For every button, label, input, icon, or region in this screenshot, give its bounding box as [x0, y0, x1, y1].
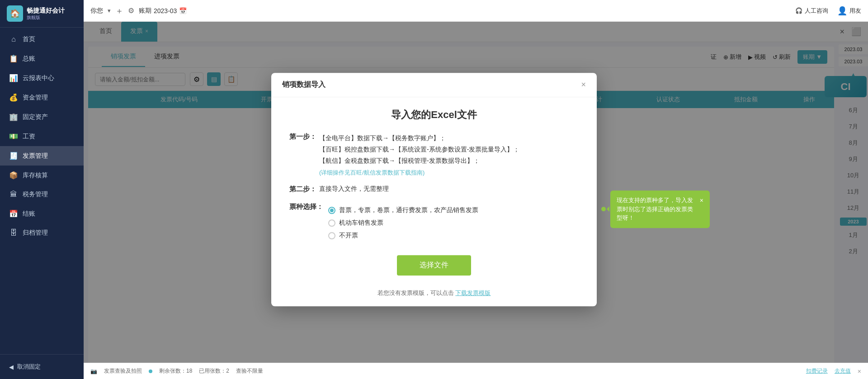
home-icon: ⌂	[9, 35, 18, 43]
tooltip-popup: × 现在支持的票种多了，导入发票时别忘了选择正确的发票类型呀！	[610, 190, 710, 228]
calendar-icon[interactable]: 📅	[179, 7, 187, 14]
sidebar-item-archive[interactable]: 🗄 归档管理	[0, 223, 84, 242]
sidebar-item-inventory[interactable]: 📦 库存核算	[0, 166, 84, 185]
ledger-icon: 📋	[9, 54, 18, 63]
radio-circle-2[interactable]	[328, 219, 335, 227]
guide-link[interactable]: (详细操作见百旺/航信发票数据下载指南)	[319, 169, 425, 176]
sidebar-item-checkout[interactable]: 📅 结账	[0, 204, 84, 223]
unpin-button[interactable]: ◀ 取消固定	[9, 359, 75, 374]
select-file-button[interactable]: 选择文件	[397, 255, 471, 275]
sidebar-item-label: 资金管理	[23, 94, 48, 102]
logo-icon: 🏠	[7, 5, 23, 22]
deduct-record-link[interactable]: 扣费记录	[806, 367, 828, 375]
step1-line1: 【全电平台】数据下载→【税务数字账户】；	[319, 133, 519, 144]
step1-line3: 【航信】金税盘数据下载→【报税管理-发票数据导出】；	[319, 156, 519, 167]
radio-circle-3[interactable]	[328, 232, 335, 239]
modal-header: 销项数据导入 ×	[271, 73, 597, 97]
sidebar-item-home[interactable]: ⌂ 首页	[0, 30, 84, 49]
radio-label-3: 不开票	[339, 232, 358, 240]
radio-group-label: 票种选择：	[289, 202, 326, 211]
sidebar-item-label: 首页	[23, 35, 35, 43]
checkout-icon: 📅	[9, 209, 18, 218]
import-modal: 销项数据导入 × 导入您的Excel文件 第一步： 【全电平台】数据下载→【税务…	[271, 73, 597, 306]
consultation-button[interactable]: 🎧 人工咨询	[795, 7, 828, 15]
modal-close-button[interactable]: ×	[581, 80, 586, 90]
sidebar-item-label: 结账	[23, 210, 35, 218]
radio-option-1[interactable]: 普票，专票，卷票，通行费发票，农产品销售发票	[328, 206, 478, 214]
tax-icon: 🏛	[9, 190, 18, 199]
step1: 第一步： 【全电平台】数据下载→【税务数字账户】； 【百旺】税控盘数据下载→【系…	[289, 133, 579, 177]
download-template-link[interactable]: 下载发票模版	[455, 289, 491, 296]
sidebar-item-reports[interactable]: 📊 云报表中心	[0, 68, 84, 88]
step2: 第二步： 直接导入文件，无需整理	[289, 185, 579, 194]
company-name: 你您	[90, 7, 103, 15]
step1-label: 第一步：	[289, 133, 316, 177]
bottom-close-icon[interactable]: ×	[858, 368, 861, 375]
logo-sub: 旗舰版	[27, 14, 65, 21]
sidebar-item-ledger[interactable]: 📋 总账	[0, 49, 84, 68]
bottom-invoice-icon: 📷	[90, 368, 97, 374]
sidebar-item-label: 云报表中心	[23, 74, 54, 82]
reports-icon: 📊	[9, 74, 18, 82]
bottom-dot-indicator	[149, 370, 152, 373]
modal-body: 导入您的Excel文件 第一步： 【全电平台】数据下载→【税务数字账户】； 【百…	[271, 97, 597, 289]
sidebar-item-label: 总账	[23, 55, 35, 63]
assets-icon: 🏢	[9, 113, 18, 121]
sidebar-item-salary[interactable]: 💵 工资	[0, 127, 84, 146]
unpin-label: 取消固定	[17, 363, 41, 371]
step2-label: 第二步：	[289, 185, 316, 194]
sidebar-item-tax[interactable]: 🏛 税务管理	[0, 185, 84, 204]
archive-icon: 🗄	[9, 229, 18, 237]
salary-icon: 💵	[9, 132, 18, 141]
bottom-bar: 📷 发票查验及拍照 剩余张数：18 已用张数：2 查验不限量 扣费记录 去充值 …	[84, 363, 868, 379]
period-label: 账期 2023-03 📅	[139, 7, 187, 15]
speaker-icon: ◀	[9, 364, 14, 370]
sidebar-nav: ⌂ 首页 📋 总账 📊 云报表中心 💰 资金管理 🏢 固定资产 💵 工资 🧾 发…	[0, 28, 84, 354]
modal-footer: 若您没有发票模版，可以点击 下载发票模版	[271, 289, 597, 306]
sidebar-item-label: 工资	[23, 133, 35, 141]
sidebar-item-label: 发票管理	[23, 152, 48, 160]
sidebar-item-funds[interactable]: 💰 资金管理	[0, 88, 84, 107]
bottom-invoice-label: 发票查验及拍照	[104, 367, 142, 375]
sidebar-item-label: 归档管理	[23, 229, 48, 237]
radio-option-2[interactable]: 机动车销售发票	[328, 219, 478, 227]
sidebar-item-invoice[interactable]: 🧾 发票管理	[0, 146, 84, 166]
recharge-link[interactable]: 去充值	[835, 367, 851, 375]
radio-label-2: 机动车销售发票	[339, 219, 383, 227]
modal-title: 销项数据导入	[282, 80, 326, 90]
radio-circle-1[interactable]	[328, 207, 335, 214]
logo-text: 畅捷通好会计	[27, 6, 65, 14]
topbar-right: 🎧 人工咨询 👤 用友	[795, 6, 861, 16]
settings-icon[interactable]: ⚙	[128, 6, 134, 15]
radio-option-3[interactable]: 不开票	[328, 232, 478, 240]
tooltip-text: 现在支持的票种多了，导入发票时别忘了选择正确的发票类型呀！	[617, 197, 693, 221]
sidebar-item-label: 税务管理	[23, 190, 48, 199]
user-icon: 👤	[837, 6, 847, 16]
sidebar-item-assets[interactable]: 🏢 固定资产	[0, 107, 84, 127]
ticket-type-group: 票种选择： 普票，专票，卷票，通行费发票，农产品销售发票 机动车销售发票	[289, 202, 579, 244]
headphone-icon: 🎧	[795, 7, 802, 14]
sidebar-item-label: 库存核算	[23, 171, 48, 180]
sidebar-bottom: ◀ 取消固定	[0, 354, 84, 379]
radio-label-1: 普票，专票，卷票，通行费发票，农产品销售发票	[339, 206, 478, 214]
step1-line2: 【百旺】税控盘数据下载→【系统设置-系统参数设置-发票批量导入】；	[319, 144, 519, 155]
user-menu[interactable]: 👤 用友	[837, 6, 861, 16]
tooltip-dot	[601, 207, 606, 211]
funds-icon: 💰	[9, 93, 18, 102]
modal-main-title: 导入您的Excel文件	[289, 108, 579, 122]
sidebar-item-label: 固定资产	[23, 113, 48, 121]
sidebar: 🏠 畅捷通好会计 旗舰版 ⌂ 首页 📋 总账 📊 云报表中心 💰 资金管理 🏢 …	[0, 0, 84, 379]
step2-content: 直接导入文件，无需整理	[319, 185, 389, 193]
add-button[interactable]: ＋	[115, 5, 123, 16]
footer-text: 若您没有发票模版，可以点击	[377, 289, 454, 296]
used-label: 已用张数：2	[199, 367, 229, 375]
sidebar-logo: 🏠 畅捷通好会计 旗舰版	[0, 0, 84, 28]
topbar: 你您 ▾ ＋ ⚙ 账期 2023-03 📅 🎧 人工咨询 👤 用友	[84, 0, 868, 22]
limit-label: 查验不限量	[236, 367, 263, 375]
inventory-icon: 📦	[9, 171, 18, 180]
tooltip-close-button[interactable]: ×	[700, 196, 703, 205]
company-dropdown-icon[interactable]: ▾	[108, 7, 111, 14]
invoice-icon: 🧾	[9, 152, 18, 160]
remaining-label: 剩余张数：18	[159, 367, 192, 375]
